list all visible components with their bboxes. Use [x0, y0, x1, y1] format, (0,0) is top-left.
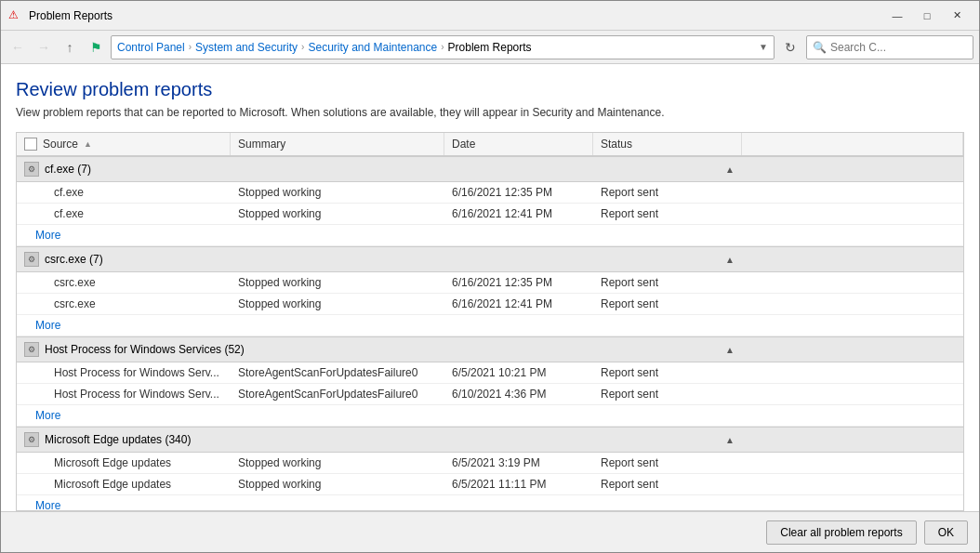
clear-reports-button[interactable]: Clear all problem reports — [766, 520, 916, 545]
cell-source-0-1: cf.exe — [17, 204, 231, 224]
bottom-bar: Clear all problem reports OK — [1, 511, 979, 552]
breadcrumb-system-security[interactable]: System and Security — [195, 41, 298, 54]
group-header-cell-1: ⚙ csrc.exe (7) ▲ — [17, 247, 742, 271]
cell-summary-3-1: Stopped working — [231, 474, 444, 494]
group-header-cell-0: ⚙ cf.exe (7) ▲ — [17, 157, 742, 181]
problem-reports-table[interactable]: Source ▲ Summary Date Status ⚙ cf.exe (7… — [16, 132, 964, 511]
search-input[interactable] — [830, 41, 970, 54]
window-title: Problem Reports — [29, 9, 882, 22]
cell-date-0-0: 6/16/2021 12:35 PM — [444, 182, 593, 203]
up-button[interactable]: ↑ — [59, 36, 81, 59]
main-window: ⚠ Problem Reports — □ ✕ ← → ↑ ⚑ Control … — [0, 0, 980, 553]
cell-source-3-1: Microsoft Edge updates — [17, 474, 231, 494]
cell-status-1-1: Report sent — [593, 294, 742, 314]
address-bar: ← → ↑ ⚑ Control Panel › System and Secur… — [1, 31, 979, 64]
cell-summary-2-0: StoreAgentScanForUpdatesFailure0 — [231, 362, 444, 383]
more-link-3[interactable]: More — [17, 495, 963, 511]
breadcrumb-current: Problem Reports — [448, 41, 532, 54]
table-row[interactable]: csrc.exe Stopped working 6/16/2021 12:35… — [17, 272, 963, 294]
cell-status-0-0: Report sent — [593, 182, 742, 203]
cell-status-0-1: Report sent — [593, 204, 742, 224]
cell-source-3-0: Microsoft Edge updates — [17, 453, 231, 473]
group-collapse-icon-2[interactable]: ▲ — [725, 345, 735, 355]
more-link-2[interactable]: More — [17, 405, 963, 427]
cell-summary-1-0: Stopped working — [231, 272, 444, 293]
cell-date-0-1: 6/16/2021 12:41 PM — [444, 204, 593, 224]
flag-button[interactable]: ⚑ — [85, 36, 107, 59]
refresh-button[interactable]: ↻ — [778, 35, 802, 59]
cell-status-2-0: Report sent — [593, 362, 742, 383]
group-header-1[interactable]: ⚙ csrc.exe (7) ▲ — [17, 246, 963, 272]
table-row[interactable]: cf.exe Stopped working 6/16/2021 12:35 P… — [17, 182, 963, 204]
search-icon: 🔍 — [813, 41, 827, 54]
group-header-2[interactable]: ⚙ Host Process for Windows Services (52)… — [17, 336, 963, 362]
group-name-0: cf.exe (7) — [45, 163, 91, 176]
cell-status-1-0: Report sent — [593, 272, 742, 293]
cell-summary-3-0: Stopped working — [231, 453, 444, 473]
table-row[interactable]: Microsoft Edge updates Stopped working 6… — [17, 474, 963, 495]
page-title: Review problem reports — [16, 79, 964, 100]
cell-status-3-1: Report sent — [593, 474, 742, 494]
select-all-checkbox[interactable] — [24, 138, 37, 151]
col-summary: Summary — [231, 133, 444, 155]
cell-summary-0-1: Stopped working — [231, 204, 444, 224]
group-icon-2: ⚙ — [24, 342, 39, 357]
group-header-3[interactable]: ⚙ Microsoft Edge updates (340) ▲ — [17, 427, 963, 453]
group-icon-3: ⚙ — [24, 432, 39, 447]
col-date: Date — [444, 133, 593, 155]
cell-date-1-1: 6/16/2021 12:41 PM — [444, 294, 593, 314]
maximize-button[interactable]: □ — [912, 7, 942, 25]
app-icon: ⚠ — [8, 8, 23, 23]
cell-date-2-1: 6/10/2021 4:36 PM — [444, 384, 593, 404]
table-row[interactable]: csrc.exe Stopped working 6/16/2021 12:41… — [17, 294, 963, 315]
title-bar: ⚠ Problem Reports — □ ✕ — [1, 1, 979, 31]
cell-summary-2-1: StoreAgentScanForUpdatesFailure0 — [231, 384, 444, 404]
cell-summary-1-1: Stopped working — [231, 294, 444, 314]
breadcrumb-control-panel[interactable]: Control Panel — [117, 41, 185, 54]
cell-source-0-0: cf.exe — [17, 182, 231, 203]
group-header-cell-2: ⚙ Host Process for Windows Services (52)… — [17, 337, 742, 362]
search-box: 🔍 — [806, 35, 973, 59]
group-icon-1: ⚙ — [24, 252, 39, 267]
cell-summary-0-0: Stopped working — [231, 182, 444, 203]
group-header-0[interactable]: ⚙ cf.exe (7) ▲ — [17, 156, 963, 182]
back-button[interactable]: ← — [7, 36, 29, 59]
more-link-1[interactable]: More — [17, 315, 963, 336]
col-status: Status — [593, 133, 742, 155]
window-controls: — □ ✕ — [882, 7, 972, 25]
main-content: Review problem reports View problem repo… — [1, 64, 979, 511]
group-name-2: Host Process for Windows Services (52) — [45, 343, 245, 356]
table-row[interactable]: Host Process for Windows Serv... StoreAg… — [17, 384, 963, 405]
cell-date-3-0: 6/5/2021 3:19 PM — [444, 453, 593, 473]
cell-status-2-1: Report sent — [593, 384, 742, 404]
forward-button[interactable]: → — [33, 36, 55, 59]
cell-source-1-1: csrc.exe — [17, 294, 231, 314]
group-collapse-icon-3[interactable]: ▲ — [725, 435, 735, 445]
groups-container: ⚙ cf.exe (7) ▲ cf.exe Stopped working 6/… — [17, 156, 963, 511]
table-row[interactable]: Host Process for Windows Serv... StoreAg… — [17, 362, 963, 384]
cell-source-2-0: Host Process for Windows Serv... — [17, 362, 231, 383]
cell-date-1-0: 6/16/2021 12:35 PM — [444, 272, 593, 293]
group-collapse-icon-1[interactable]: ▲ — [725, 255, 735, 265]
sort-icon-source: ▲ — [84, 139, 92, 149]
breadcrumb-security-maintenance[interactable]: Security and Maintenance — [308, 41, 437, 54]
cell-source-1-0: csrc.exe — [17, 272, 231, 293]
breadcrumb-dropdown-icon[interactable]: ▼ — [759, 42, 768, 52]
cell-status-3-0: Report sent — [593, 453, 742, 473]
more-link-0[interactable]: More — [17, 225, 963, 246]
ok-button[interactable]: OK — [924, 520, 968, 545]
col-source: Source ▲ — [17, 133, 231, 155]
minimize-button[interactable]: — — [882, 7, 912, 25]
group-icon-0: ⚙ — [24, 162, 39, 177]
table-row[interactable]: Microsoft Edge updates Stopped working 6… — [17, 453, 963, 474]
table-row[interactable]: cf.exe Stopped working 6/16/2021 12:41 P… — [17, 204, 963, 225]
page-description: View problem reports that can be reporte… — [16, 106, 964, 119]
group-name-3: Microsoft Edge updates (340) — [45, 433, 191, 446]
group-collapse-icon-0[interactable]: ▲ — [725, 165, 735, 175]
table-header: Source ▲ Summary Date Status — [17, 133, 963, 156]
col-extra — [742, 133, 963, 155]
close-button[interactable]: ✕ — [942, 7, 972, 25]
group-name-1: csrc.exe (7) — [45, 253, 103, 266]
cell-source-2-1: Host Process for Windows Serv... — [17, 384, 231, 404]
group-header-cell-3: ⚙ Microsoft Edge updates (340) ▲ — [17, 428, 742, 452]
